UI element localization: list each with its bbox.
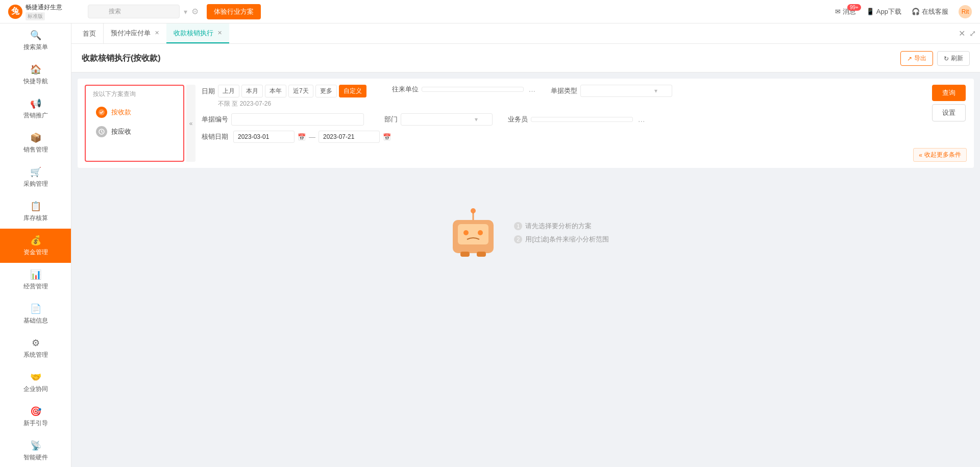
tab-close-all-icon[interactable]: ✕ <box>959 29 965 38</box>
sidebar-item-guide[interactable]: 🎯 新手引导 <box>0 400 71 434</box>
online-service-item[interactable]: 🎧 在线客服 <box>912 7 948 16</box>
message-item[interactable]: ✉ 消息 99+ <box>835 7 856 16</box>
page-content: 收款核销执行(按收款) ↗ 导出 ↻ 刷新 按以下方案查询 <box>71 44 980 467</box>
brand-name: 畅捷通好生意 <box>26 3 62 12</box>
hint-1-num: 1 <box>514 222 522 230</box>
date-btn-more[interactable]: 更多 <box>315 85 337 97</box>
form-actions: 查询 设置 <box>932 85 966 121</box>
sidebar-item-quick-nav-label: 快捷导航 <box>23 77 48 86</box>
search-menu-icon: 🔍 <box>30 30 41 41</box>
operations-icon: 📊 <box>30 269 41 280</box>
filter-option-by-receivable[interactable]: 按应收 <box>91 122 178 141</box>
tab-receipts-close[interactable]: ✕ <box>217 30 222 36</box>
by-receipt-label: 按收款 <box>111 108 131 117</box>
hint-2-num: 2 <box>514 235 522 243</box>
date-btn-last-month[interactable]: 上月 <box>218 85 239 97</box>
verify-date-start[interactable] <box>233 131 295 143</box>
sidebar-item-finance[interactable]: 💰 资金管理 <box>0 229 71 263</box>
verify-date-range: 📅 — 📅 <box>233 131 391 143</box>
page-title: 收款核销执行(按收款) <box>82 53 161 70</box>
tab-prepay-label: 预付冲应付单 <box>111 29 151 38</box>
staff-input[interactable] <box>531 117 633 122</box>
verify-date-end[interactable] <box>318 131 380 143</box>
dropdown-icon[interactable]: ▾ <box>184 8 187 16</box>
date-btn-7days[interactable]: 近7天 <box>288 85 313 97</box>
sidebar-item-hardware[interactable]: 📡 智能硬件 <box>0 434 71 467</box>
by-receivable-icon <box>96 126 107 137</box>
doc-type-group: 单据类型 ▾ <box>551 85 672 97</box>
tab-prepay-close[interactable]: ✕ <box>155 30 159 36</box>
export-button[interactable]: ↗ 导出 <box>900 51 933 66</box>
counterpart-input[interactable] <box>422 87 524 92</box>
sidebar-item-search-menu[interactable]: 🔍 搜索菜单 <box>0 23 71 58</box>
doc-type-select[interactable]: ▾ <box>580 85 672 97</box>
doc-no-input[interactable] <box>231 113 364 126</box>
tab-receipts[interactable]: 收款核销执行 ✕ <box>166 23 229 43</box>
verify-date-end-calendar[interactable]: 📅 <box>383 133 391 141</box>
staff-label: 业务员 <box>508 115 528 124</box>
service-icon: 🎧 <box>912 8 920 15</box>
tab-receipts-label: 收款核销执行 <box>174 29 213 38</box>
sidebar-item-system[interactable]: ⚙ 系统管理 <box>0 331 71 365</box>
top-bar-center: 搜索 ▾ ⚙ 体验行业方案 <box>88 4 261 19</box>
logo-text-group: 畅捷通好生意 标准版 <box>26 3 62 20</box>
counterpart-dots[interactable]: ... <box>529 85 535 94</box>
filter-left-panel: 按以下方案查询 按收款 按应收 <box>85 85 184 162</box>
sidebar-item-inventory[interactable]: 📋 库存核算 <box>0 194 71 229</box>
filter-panel-title: 按以下方案查询 <box>91 90 178 99</box>
online-service-label: 在线客服 <box>922 7 948 16</box>
svg-rect-3 <box>458 224 488 244</box>
date-group: 日期 上月 本月 本年 近7天 更多 自定义 不限 至 <box>202 85 366 108</box>
staff-dots[interactable]: ... <box>638 115 645 124</box>
empty-hint-1: 1 请先选择要分析的方案 <box>514 222 608 231</box>
tab-expand-icon[interactable]: ⤢ <box>969 29 976 38</box>
date-btn-custom[interactable]: 自定义 <box>339 85 366 97</box>
user-item[interactable]: Rit <box>959 5 972 18</box>
sidebar-item-hardware-label: 智能硬件 <box>23 453 48 462</box>
svg-point-5 <box>478 230 483 235</box>
logo-icon: 兔 <box>8 5 22 19</box>
sidebar-item-marketing-label: 营销推广 <box>23 111 48 120</box>
gear-settings-icon[interactable]: ⚙ <box>191 7 199 16</box>
sidebar-item-quick-nav[interactable]: 🏠 快捷导航 <box>0 58 71 92</box>
message-icon: ✉ <box>835 8 841 15</box>
filter-option-by-receipt[interactable]: 按收款 <box>91 103 178 122</box>
sidebar-item-marketing[interactable]: 📢 营销推广 <box>0 92 71 126</box>
refresh-button[interactable]: ↻ 刷新 <box>937 51 970 66</box>
solution-button[interactable]: 体验行业方案 <box>207 4 261 19</box>
svg-rect-8 <box>460 252 470 257</box>
brand-tag: 标准版 <box>26 12 45 20</box>
date-btn-this-year[interactable]: 本年 <box>265 85 286 97</box>
sidebar-item-finance-label: 资金管理 <box>23 248 48 257</box>
filter-collapse-btn[interactable]: « <box>186 85 195 162</box>
tab-home-label: 首页 <box>83 29 96 38</box>
sidebar-item-enterprise[interactable]: 🤝 企业协同 <box>0 365 71 400</box>
date-sub-label: 不限 至 2023-07-26 <box>218 100 366 108</box>
app-download-item[interactable]: 📱 App下载 <box>866 7 901 16</box>
collapse-more-label: 收起更多条件 <box>924 151 961 159</box>
tab-bar: 首页 预付冲应付单 ✕ 收款核销执行 ✕ ✕ ⤢ <box>71 23 980 44</box>
empty-state: 1 请先选择要分析的方案 2 用[过滤]条件来缩小分析范围 <box>71 174 980 291</box>
verify-date-start-calendar[interactable]: 📅 <box>298 133 306 141</box>
sidebar-item-inventory-label: 库存核算 <box>23 214 48 223</box>
tab-bar-right: ✕ ⤢ <box>959 29 976 38</box>
app-icon: 📱 <box>866 8 874 15</box>
sidebar-item-basics[interactable]: 📄 基础信息 <box>0 297 71 331</box>
sidebar-item-sales[interactable]: 📦 销售管理 <box>0 126 71 160</box>
sidebar-item-purchase[interactable]: 🛒 采购管理 <box>0 160 71 194</box>
date-btn-this-month[interactable]: 本月 <box>241 85 263 97</box>
empty-text: 1 请先选择要分析的方案 2 用[过滤]条件来缩小分析范围 <box>514 222 608 244</box>
tab-home[interactable]: 首页 <box>76 23 104 43</box>
setting-button[interactable]: 设置 <box>932 104 966 121</box>
verify-date-label: 核销日期 <box>202 132 228 141</box>
sidebar-item-operations[interactable]: 📊 经营管理 <box>0 263 71 297</box>
query-button[interactable]: 查询 <box>932 85 966 101</box>
by-receipt-icon <box>96 107 107 118</box>
dept-select[interactable]: ▾ <box>401 113 493 126</box>
doc-type-chevron: ▾ <box>654 87 657 94</box>
counterpart-group: 往来单位 ... <box>392 85 535 94</box>
collapse-more-btn[interactable]: « 收起更多条件 <box>913 148 967 162</box>
date-controls: 上月 本月 本年 近7天 更多 自定义 不限 至 2023-07-26 <box>218 85 366 108</box>
tab-prepay[interactable]: 预付冲应付单 ✕ <box>104 23 166 43</box>
top-search-box[interactable]: 搜索 <box>88 5 180 18</box>
